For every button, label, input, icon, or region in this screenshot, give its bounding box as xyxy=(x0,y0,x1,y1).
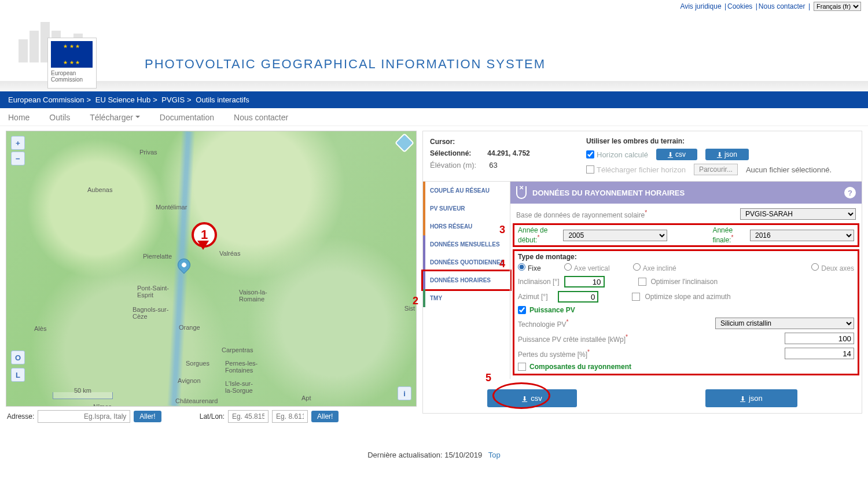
help-icon[interactable]: ? xyxy=(844,187,856,198)
mount-axisi-radio[interactable]: Axe incliné xyxy=(633,263,676,272)
annotation-box-4: 4 Type de montage: Fixe Axe vertical Axe… xyxy=(513,249,859,375)
tab-tmy[interactable]: TMY xyxy=(423,289,510,307)
elevation-value: 63 xyxy=(489,161,497,169)
cookies-link[interactable]: Cookies xyxy=(727,2,752,10)
start-year-label: Année de début: xyxy=(518,226,558,244)
pv-tech-label: Technologie PV xyxy=(518,319,568,329)
horizon-json-button[interactable]: json xyxy=(705,149,749,160)
peak-power-label: Puissance PV crête installée [kWp] xyxy=(518,334,628,344)
mount-type-label: Type de montage: xyxy=(518,253,854,261)
nav-tools[interactable]: Outils xyxy=(49,113,70,122)
lat-input[interactable] xyxy=(228,410,269,423)
annotation-3: 3 xyxy=(499,224,505,236)
download-csv-button[interactable]: csv xyxy=(487,389,577,407)
opt-inclination-checkbox[interactable] xyxy=(638,278,646,286)
tab-off-grid[interactable]: HORS RÉSEAU xyxy=(423,217,510,235)
annotation-marker-1: 1 xyxy=(192,222,217,248)
browse-button[interactable]: Parcourir... xyxy=(694,164,738,175)
main-nav: Home Outils Télécharger Documentation No… xyxy=(0,108,868,126)
address-go-button[interactable]: Aller! xyxy=(134,411,161,422)
cursor-label: Cursor: xyxy=(430,138,455,146)
selected-value: 44.291, 4.752 xyxy=(487,149,529,157)
terrain-shadow-label: Utiliser les ombres du terrain: xyxy=(586,137,855,145)
tab-grid-connected[interactable]: COUPLÉ AU RÉSEAU xyxy=(423,182,510,200)
annotation-box-3: 3 Année de début: 2005 Année finale: 201… xyxy=(513,223,859,247)
nav-docs[interactable]: Documentation xyxy=(160,113,214,122)
horizon-csv-button[interactable]: csv xyxy=(656,149,697,160)
annotation-box-2: DONNÉES HORAIRES xyxy=(421,270,512,291)
opt-both-label: Optimize slope and azimuth xyxy=(645,293,730,301)
start-year-select[interactable]: 2005 xyxy=(563,230,667,241)
tab-monthly[interactable]: DONNÉES MENSUELLES xyxy=(423,235,510,253)
mount-2axis-radio[interactable]: Deux axes xyxy=(811,263,854,272)
annotation-5: 5 xyxy=(486,372,491,384)
breadcrumb-ec[interactable]: European Commission xyxy=(8,95,84,104)
top-link-bar: Avis juridique | Cookies | Nous contacte… xyxy=(0,0,868,13)
system-loss-label: Pertes du système [%] xyxy=(518,349,590,359)
download-icon xyxy=(717,150,722,158)
panel-title: DONNÉES DU RAYONNEMENT HORAIRES xyxy=(532,189,685,197)
latlon-label: Lat/Lon: xyxy=(200,412,225,421)
map-marker[interactable] xyxy=(178,259,190,276)
pv-power-checkbox[interactable] xyxy=(518,306,526,314)
tab-pv-tracker[interactable]: PV SUIVEUR xyxy=(423,200,510,217)
download-icon xyxy=(740,394,745,403)
tool-tabs: COUPLÉ AU RÉSEAU PV SUIVEUR HORS RÉSEAU … xyxy=(423,182,510,379)
pv-tech-select[interactable]: Silicium cristallin xyxy=(715,318,854,329)
page-footer: Dernière actualisation: 15/10/2019 Top xyxy=(0,433,868,463)
download-json-button[interactable]: json xyxy=(705,389,797,407)
selected-label: Sélectionné: xyxy=(430,149,471,157)
end-year-select[interactable]: 2016 xyxy=(750,230,854,241)
breadcrumb-current: Outils interactifs xyxy=(196,95,249,104)
tab-daily[interactable]: DONNÉES QUOTIDIENNES xyxy=(423,253,510,271)
ec-logo: EuropeanCommission xyxy=(12,17,110,81)
annotation-4: 4 xyxy=(499,258,505,270)
site-header: EuropeanCommission PHOTOVOLTAIC GEOGRAPH… xyxy=(0,13,868,81)
mount-axisv-radio[interactable]: Axe vertical xyxy=(564,263,610,272)
azimuth-input[interactable] xyxy=(558,291,598,303)
elevation-label: Élévation (m): xyxy=(430,161,476,169)
opt-inclination-label: Optimiser l'inclinaison xyxy=(651,278,718,286)
db-label: Base de données de rayonnement solaire xyxy=(516,209,647,219)
peak-power-input[interactable] xyxy=(785,333,854,344)
site-title: PHOTOVOLTAIC GEOGRAPHICAL INFORMATION SY… xyxy=(145,57,546,72)
db-select[interactable]: PVGIS-SARAH xyxy=(740,208,856,220)
lon-input[interactable] xyxy=(272,410,308,423)
map-o-button[interactable]: O xyxy=(11,351,25,364)
hourglass-icon xyxy=(516,186,527,199)
breadcrumb-hub[interactable]: EU Science Hub xyxy=(95,95,150,104)
system-loss-input[interactable] xyxy=(785,348,854,359)
download-icon xyxy=(522,394,527,403)
nav-download[interactable]: Télécharger xyxy=(90,113,140,122)
mount-fixed-radio[interactable]: Fixe xyxy=(518,263,541,272)
zoom-out-button[interactable]: − xyxy=(11,152,25,165)
radiation-components-label: Composantes du rayonnement xyxy=(529,363,631,371)
language-select[interactable]: Français (fr) xyxy=(814,2,861,11)
download-icon xyxy=(668,150,673,158)
horizon-file-checkbox[interactable] xyxy=(586,165,594,174)
map-l-button[interactable]: L xyxy=(11,368,25,382)
address-label: Adresse: xyxy=(7,412,34,421)
inclination-input[interactable] xyxy=(564,276,605,287)
contact-link[interactable]: Nous contacter xyxy=(759,2,806,10)
tab-hourly[interactable]: DONNÉES HORAIRES xyxy=(423,271,510,289)
nav-contact[interactable]: Nous contacter xyxy=(234,113,288,122)
address-input[interactable] xyxy=(38,410,130,423)
eu-flag-icon xyxy=(51,41,93,68)
opt-both-checkbox[interactable] xyxy=(632,293,640,301)
radiation-components-checkbox[interactable] xyxy=(518,363,526,371)
map-scale: 50 km xyxy=(53,392,113,399)
horizon-calc-checkbox[interactable] xyxy=(586,150,594,158)
zoom-in-button[interactable]: + xyxy=(11,136,25,150)
top-link[interactable]: Top xyxy=(488,451,501,459)
annotation-2: 2 xyxy=(413,295,418,307)
legal-link[interactable]: Avis juridique xyxy=(680,2,721,10)
map-info-button[interactable]: i xyxy=(398,386,411,400)
breadcrumb-pvgis[interactable]: PVGIS xyxy=(161,95,185,104)
nav-home[interactable]: Home xyxy=(8,113,30,122)
breadcrumb: European Commission> EU Science Hub> PVG… xyxy=(0,91,868,108)
panel-header: DONNÉES DU RAYONNEMENT HORAIRES ? xyxy=(510,182,862,204)
map-canvas[interactable]: Privas Aubenas Montélimar Pierrelatte Va… xyxy=(6,131,417,407)
latlon-go-button[interactable]: Aller! xyxy=(311,411,339,422)
azimuth-label: Azimut [°] xyxy=(518,293,547,301)
